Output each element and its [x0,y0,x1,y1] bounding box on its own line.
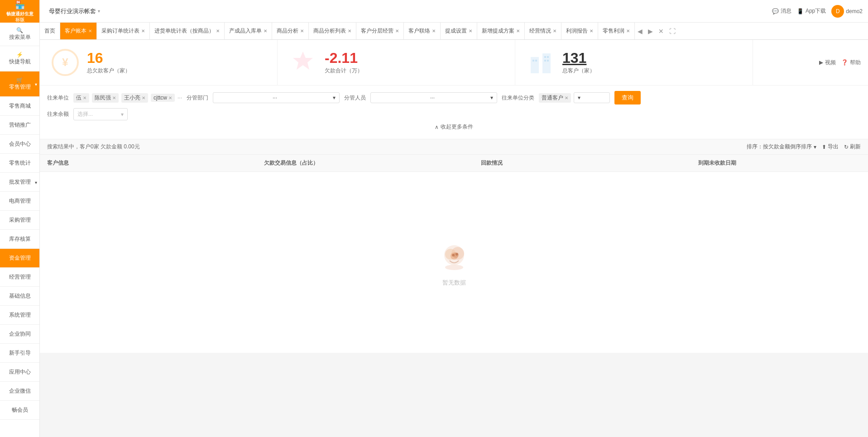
tab-commission-setting-label: 提成设置 [445,27,467,35]
tab-retail-profit[interactable]: 零售利润 ✕ [598,23,635,40]
sidebar-item-sysadmin[interactable]: 系统管理 [0,306,39,325]
unit-tag-chen: 陈民强 ✕ [92,93,119,103]
tab-home[interactable]: 首页 [40,23,60,40]
tab-profit-report[interactable]: 利润报告 ✕ [561,23,598,40]
stat-overdue-amount-value: -2.11 [325,51,363,65]
sidebar-item-enterprise[interactable]: 企业协同 [0,325,39,344]
tab-production-inbound[interactable]: 产成品入库单 ✕ [225,23,272,40]
tab-customer-contact-close[interactable]: ✕ [432,28,436,33]
query-button[interactable]: 查询 [614,91,641,104]
avatar: D [831,5,844,18]
sidebar-item-quicknav[interactable]: ⚡ 快捷导航 [0,46,39,71]
app-download-button[interactable]: 📱 App下载 [797,7,826,15]
sidebar-item-finance[interactable]: 资金管理 [0,249,39,268]
dept-filter-select[interactable]: ··· ▾ [213,92,340,103]
stat-total-overdue-amount: -2.11 欠款合计（万） [278,40,515,85]
tab-biz-status-close[interactable]: ✕ [553,28,556,33]
sidebar-item-marketing[interactable]: 营销推广 [0,116,39,135]
unit-tag-wu: 伍 ✕ [73,93,89,103]
tabs-close-all[interactable]: ✕ [656,23,667,40]
sidebar-item-wholesale[interactable]: 批发管理 [0,173,39,192]
sidebar-item-chang-member[interactable]: 畅会员 [0,401,39,420]
sidebar-item-retail-stats[interactable]: 零售统计 [0,154,39,173]
tab-new-commission-close[interactable]: ✕ [516,28,520,33]
sidebar-item-member[interactable]: 会员中心 [0,135,39,154]
sidebar-item-basic-info[interactable]: 基础信息 [0,287,39,306]
sidebar-item-purchase[interactable]: 采购管理 [0,211,39,230]
sort-select[interactable]: 排序：按欠款金额倒序排序 ▾ [747,143,816,151]
svg-point-18 [456,253,458,256]
tab-inbound-stats[interactable]: 进货单统计表（按商品） ✕ [150,23,225,40]
sidebar-item-mall[interactable]: 零售商城 [0,97,39,116]
tag-close-wu[interactable]: ✕ [83,95,86,100]
sidebar-item-wechat[interactable]: 企业微信 [0,382,39,401]
sidebar-item-newbie[interactable]: 新手引导 [0,344,39,363]
tab-new-commission-label: 新增提成方案 [482,27,514,35]
tabs-bar: 首页 客户账本 ✕ 采购订单统计表 ✕ 进货单统计表（按商品） ✕ 产成品入库单… [40,23,868,40]
message-button[interactable]: 💬 消息 [772,7,791,15]
stat-overdue-label: 总欠款客户（家） [87,67,130,75]
svg-rect-4 [542,53,551,73]
tab-customer-tier[interactable]: 客户分层经营 ✕ [356,23,404,40]
tag-close-cjttcw[interactable]: ✕ [168,95,172,100]
sort-arrow: ▾ [814,144,816,150]
user-avatar-area[interactable]: D demo2 [831,5,863,18]
tab-production-inbound-close[interactable]: ✕ [264,28,267,33]
sidebar-item-ecom[interactable]: 电商管理 [0,192,39,211]
collapse-filter-button[interactable]: ∧ 收起更多条件 [47,120,861,133]
tab-product-analysis-list-close[interactable]: ✕ [348,28,351,33]
balance-filter-select[interactable]: 选择... ▾ [73,108,128,120]
person-filter-select[interactable]: ··· ▾ [370,92,497,103]
tab-customer-account-close[interactable]: ✕ [88,28,92,33]
tab-purchase-order-stats[interactable]: 采购订单统计表 ✕ [97,23,150,40]
filter-row-1: 往来单位 伍 ✕ 陈民强 ✕ 王小亮 ✕ [47,91,861,104]
tab-inbound-stats-close[interactable]: ✕ [216,28,220,33]
tab-retail-profit-close[interactable]: ✕ [626,28,630,33]
refresh-button[interactable]: ↻ 刷新 [844,143,861,151]
tab-biz-status[interactable]: 经营情况 ✕ [525,23,561,40]
sidebar-item-operations[interactable]: 经营管理 [0,268,39,287]
sidebar-item-inventory[interactable]: 库存核算 [0,230,39,249]
filter-area: 往来单位 伍 ✕ 陈民强 ✕ 王小亮 ✕ [40,86,868,139]
sidebar-item-retail[interactable]: 🛒 零售管理 [0,71,39,97]
tag-close-chen[interactable]: ✕ [112,95,116,100]
video-label: 视频 [825,59,836,66]
tab-inbound-stats-label: 进货单统计表（按商品） [154,27,214,35]
sort-label: 排序：按欠款金额倒序排序 [747,143,812,151]
sidebar-item-search[interactable]: 🔍 搜索菜单 [0,23,39,46]
tab-product-analysis-label: 商品分析 [277,27,298,35]
tab-customer-tier-label: 客户分层经营 [361,27,393,35]
video-help-button[interactable]: ▶ 视频 [819,59,836,66]
help-label: 帮助 [850,59,861,66]
sidebar: 🏪 畅捷通好生意 标版 🔍 搜索菜单 ⚡ 快捷导航 🛒 零售管理 零售商城 营销… [0,0,40,437]
tabs-scroll-right[interactable]: ▶ [645,23,656,40]
tab-commission-setting-close[interactable]: ✕ [469,28,472,33]
tag-label-wu: 伍 [76,94,82,102]
tag-close-normal[interactable]: ✕ [565,95,568,100]
tab-new-commission[interactable]: 新增提成方案 ✕ [477,23,525,40]
export-button[interactable]: ⬆ 导出 [822,143,839,151]
tab-profit-report-close[interactable]: ✕ [590,28,593,33]
tabs-expand[interactable]: ⛶ [667,23,678,40]
tab-customer-tier-close[interactable]: ✕ [395,28,399,33]
tab-product-analysis-close[interactable]: ✕ [300,28,304,33]
help-button[interactable]: ❓ 帮助 [841,59,861,66]
tab-customer-contact[interactable]: 客户联络 ✕ [404,23,441,40]
person-select-arrow: ▾ [490,95,493,101]
unit-class-select[interactable]: ▾ [574,92,610,103]
tab-customer-account[interactable]: 客户账本 ✕ [60,23,97,40]
tab-commission-setting[interactable]: 提成设置 ✕ [441,23,477,40]
sidebar-item-appcenter[interactable]: 应用中心 [0,363,39,382]
balance-placeholder: 选择... [77,110,93,118]
tabs-scroll-left[interactable]: ◀ [635,23,645,40]
svg-point-11 [445,265,463,270]
unit-tags-more[interactable]: ··· [177,95,182,101]
tab-purchase-order-stats-close[interactable]: ✕ [141,28,145,33]
tag-close-wang[interactable]: ✕ [142,95,145,100]
svg-rect-8 [547,56,549,58]
person-select-extra: ··· [430,95,435,101]
store-selector[interactable]: 母婴行业演示帐套 ▾ [49,7,100,15]
tab-product-analysis-list[interactable]: 商品分析列表 ✕ [309,23,356,40]
yuan-icon: ¥ [51,48,80,77]
tab-product-analysis[interactable]: 商品分析 ✕ [272,23,309,40]
